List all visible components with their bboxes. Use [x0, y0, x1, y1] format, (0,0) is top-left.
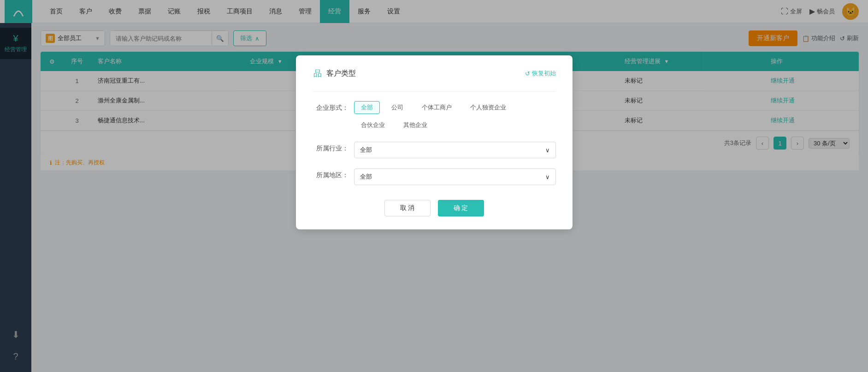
region-value: 全部 ∨ — [354, 168, 556, 185]
enterprise-form-value: 全部 公司 个体工商户 个人独资企业 合伙企业 其他企业 — [354, 101, 556, 132]
form-row-industry: 所属行业： 全部 ∨ — [313, 142, 556, 158]
modal-body: 企业形式： 全部 公司 个体工商户 个人独资企业 合伙企业 其他企业 所 — [313, 101, 556, 185]
industry-select-text: 全部 — [360, 146, 372, 154]
enterprise-form-label: 企业形式： — [313, 101, 354, 112]
reset-label: 恢复初始 — [532, 69, 556, 78]
enterprise-tag-group2: 合伙企业 其他企业 — [354, 119, 556, 132]
modal-title: 品 客户类型 — [313, 68, 356, 78]
industry-chevron-icon: ∨ — [545, 147, 550, 154]
enterprise-tag-company[interactable]: 公司 — [384, 101, 410, 114]
industry-value: 全部 ∨ — [354, 142, 556, 158]
industry-select[interactable]: 全部 ∨ — [354, 142, 556, 158]
region-select[interactable]: 全部 ∨ — [354, 168, 556, 185]
enterprise-tag-partnership[interactable]: 合伙企业 — [354, 119, 392, 132]
region-select-text: 全部 — [360, 173, 372, 181]
modal-confirm-button[interactable]: 确 定 — [438, 200, 484, 216]
form-row-enterprise: 企业形式： 全部 公司 个体工商户 个人独资企业 合伙企业 其他企业 — [313, 101, 556, 132]
enterprise-tag-other[interactable]: 其他企业 — [396, 119, 434, 132]
industry-label: 所属行业： — [313, 142, 354, 153]
modal-header: 品 客户类型 ↺ 恢复初始 — [313, 68, 556, 78]
enterprise-tag-individual[interactable]: 个体工商户 — [415, 101, 459, 114]
region-chevron-icon: ∨ — [545, 174, 550, 180]
enterprise-tag-all[interactable]: 全部 — [354, 101, 380, 114]
modal-overlay: 品 客户类型 ↺ 恢复初始 企业形式： 全部 公司 个体工商户 个人独资企业 — [0, 0, 868, 372]
enterprise-tag-sole[interactable]: 个人独资企业 — [463, 101, 513, 114]
enterprise-tag-group: 全部 公司 个体工商户 个人独资企业 — [354, 101, 556, 114]
modal-title-text: 客户类型 — [326, 69, 356, 78]
modal-title-icon: 品 — [313, 68, 323, 78]
region-label: 所属地区： — [313, 168, 354, 180]
modal-reset-button[interactable]: ↺ 恢复初始 — [525, 69, 556, 78]
filter-modal: 品 客户类型 ↺ 恢复初始 企业形式： 全部 公司 个体工商户 个人独资企业 — [296, 55, 573, 229]
modal-cancel-button[interactable]: 取 消 — [384, 200, 431, 216]
modal-footer: 取 消 确 定 — [313, 200, 556, 216]
form-row-region: 所属地区： 全部 ∨ — [313, 168, 556, 185]
reset-icon: ↺ — [525, 70, 530, 77]
